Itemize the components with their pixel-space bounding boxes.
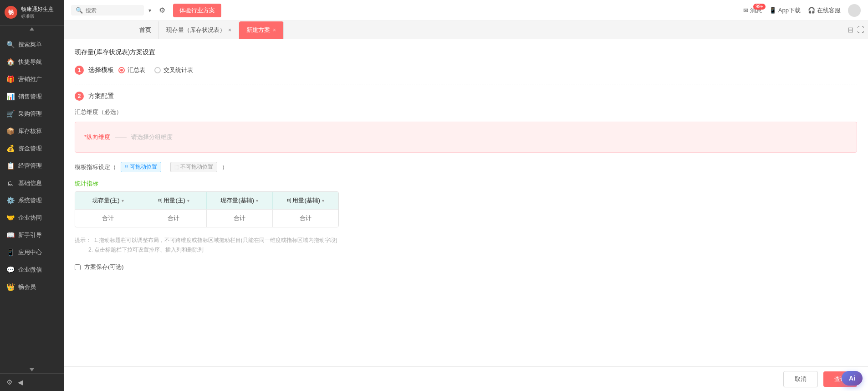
sidebar-item-operations[interactable]: 📋 经营管理: [0, 157, 64, 175]
save-row: 方案保存(可选): [75, 263, 857, 298]
cart-icon: 🛒: [6, 110, 15, 118]
stats-title: 统计指标: [75, 180, 857, 188]
stats-col-3-label: 可用量(基辅): [286, 196, 320, 205]
sidebar-item-marketing[interactable]: 🎁 营销推广: [0, 71, 64, 88]
fixed-indicator-tag: ⬚ 不可拖动位置: [170, 162, 217, 172]
chevron-down-icon: ▾: [148, 7, 151, 14]
stats-col-1[interactable]: 可用量(主) ▾: [141, 192, 207, 209]
tab-inventory-status[interactable]: 现存量（库存状况表） ×: [159, 21, 239, 39]
stats-body-1: 合计: [141, 209, 207, 227]
sidebar-item-inventory[interactable]: 📦 库存核算: [0, 123, 64, 140]
save-checkbox[interactable]: [75, 264, 81, 270]
app-download-button[interactable]: 📱 App下载: [769, 6, 801, 15]
topbar-gear-button[interactable]: ⚙: [156, 4, 168, 17]
topbar-dropdown[interactable]: ▾: [148, 7, 151, 14]
sidebar-item-label: 经营管理: [18, 162, 42, 170]
ai-button[interactable]: Ai: [842, 371, 863, 386]
crown-icon: 👑: [6, 283, 15, 291]
brand-name: 畅康通好生意: [21, 5, 54, 13]
stats-col-0[interactable]: 现存量(主) ▾: [75, 192, 141, 209]
sidebar-item-basics[interactable]: 🗂 基础信息: [0, 175, 64, 192]
tip-0: 提示： 1.拖动标题栏可以调整布局，不可跨维度或指标区域拖动栏目(只能在同一维度…: [75, 237, 857, 244]
stats-table: 现存量(主) ▾ 可用量(主) ▾ 现存量(基辅) ▾: [75, 191, 339, 227]
sidebar-item-purchase[interactable]: 🛒 采购管理: [0, 105, 64, 123]
box-icon: 📦: [6, 127, 15, 135]
headset-icon: 🎧: [808, 7, 815, 14]
tab-new-scheme[interactable]: 新建方案 ×: [239, 21, 284, 39]
page-content: 现存量(库存状况表)方案设置 1 选择模板 汇总表 交叉统计表: [64, 39, 868, 391]
handshake-icon: 🤝: [6, 214, 15, 222]
sidebar-item-label: 采购管理: [18, 110, 42, 118]
dimension-placeholder: 请选择分组维度: [131, 133, 173, 141]
tab-inventory-label: 现存量（库存状况表）: [166, 26, 225, 34]
message-button[interactable]: ✉ 消息 99+: [743, 6, 762, 15]
mobile-icon: 📱: [6, 248, 15, 257]
tab-inventory-close-icon[interactable]: ×: [228, 27, 231, 33]
sidebar-item-label: 搜索菜单: [18, 41, 42, 49]
sidebar-item-label: 营销推广: [18, 75, 42, 83]
stats-body-2: 合计: [207, 209, 273, 227]
home-icon: 🏠: [6, 58, 15, 66]
radio-cross[interactable]: 交叉统计表: [154, 66, 193, 74]
user-avatar[interactable]: [848, 4, 861, 17]
sidebar-item-wechat[interactable]: 💬 企业微信: [0, 261, 64, 278]
radio-summary-dot: [118, 67, 125, 73]
tab-home[interactable]: 首页: [132, 21, 159, 39]
tab-new-scheme-close-icon[interactable]: ×: [273, 27, 276, 33]
save-label: 方案保存(可选): [84, 263, 124, 271]
tab-minimize-icon[interactable]: ⊟: [848, 26, 853, 34]
search-icon: 🔍: [76, 7, 83, 14]
database-icon: 🗂: [6, 179, 15, 187]
settings-footer-icon[interactable]: ⚙: [6, 378, 12, 386]
tip-1: 2. 点击标题栏下拉可设置排序、插入列和删除列: [75, 246, 857, 254]
sidebar-item-cooperation[interactable]: 🤝 企业协同: [0, 209, 64, 226]
trial-button[interactable]: 体验行业方案: [173, 4, 221, 17]
template-options: 汇总表 交叉统计表: [118, 66, 193, 74]
stats-col-2[interactable]: 现存量(基辅) ▾: [207, 192, 273, 209]
message-badge: 99+: [753, 4, 766, 10]
stats-header-row: 现存量(主) ▾ 可用量(主) ▾ 现存量(基辅) ▾: [75, 192, 338, 209]
stats-area: 统计指标 现存量(主) ▾ 可用量(主) ▾: [75, 180, 857, 227]
stats-col-0-label: 现存量(主): [92, 196, 120, 205]
stats-col-3[interactable]: 可用量(基辅) ▾: [273, 192, 339, 209]
sidebar-item-system[interactable]: ⚙️ 系统管理: [0, 192, 64, 209]
sidebar-item-member[interactable]: 👑 畅会员: [0, 278, 64, 296]
online-service-button[interactable]: 🎧 在线客服: [808, 6, 841, 15]
clipboard-icon: 📋: [6, 162, 15, 170]
tab-home-label: 首页: [139, 26, 151, 34]
radio-cross-label: 交叉统计表: [163, 66, 193, 74]
radio-cross-dot: [154, 67, 161, 73]
tab-new-scheme-label: 新建方案: [246, 26, 270, 34]
wechat-icon: 💬: [6, 266, 15, 274]
sidebar-item-finance[interactable]: 💰 资金管理: [0, 140, 64, 157]
sidebar-item-search[interactable]: 🔍 搜索菜单: [0, 36, 64, 53]
message-icon: ✉: [743, 7, 748, 14]
collapse-footer-icon[interactable]: ◀: [18, 378, 23, 386]
sidebar-item-label: 系统管理: [18, 196, 42, 205]
sidebar-item-quick-nav[interactable]: 🏠 快捷导航: [0, 53, 64, 71]
page-title: 现存量(库存状况表)方案设置: [75, 48, 857, 57]
sidebar-scroll-up[interactable]: [0, 26, 64, 32]
sidebar-item-sales[interactable]: 📊 销售管理: [0, 88, 64, 105]
fixed-icon: ⬚: [174, 165, 179, 170]
app-download-label: App下载: [778, 6, 801, 15]
sidebar-item-appstore[interactable]: 📱 应用中心: [0, 244, 64, 261]
phone-icon: 📱: [769, 7, 776, 14]
tab-bar: 首页 现存量（库存状况表） × 新建方案 × ⊟ ⛶: [64, 21, 868, 39]
section-config: 2 方案配置 汇总维度（必选） *纵向维度 —— 请选择分组维度 模板指标设定（: [75, 84, 857, 254]
cancel-button[interactable]: 取消: [783, 371, 818, 387]
sidebar-item-label: 销售管理: [18, 93, 42, 101]
radio-summary[interactable]: 汇总表: [118, 66, 145, 74]
sidebar-scroll-down[interactable]: [0, 366, 64, 373]
tab-expand-icon[interactable]: ⛶: [857, 26, 864, 34]
sidebar-item-newbie[interactable]: 📖 新手引导: [0, 226, 64, 244]
col-1-chevron-icon: ▾: [187, 198, 189, 203]
section1-title: 选择模板: [88, 66, 114, 74]
scroll-down-icon: [30, 368, 34, 371]
section1-header: 1 选择模板 汇总表 交叉统计表: [75, 66, 857, 75]
stats-col-1-label: 可用量(主): [158, 196, 185, 205]
draggable-icon: ⠿: [125, 165, 128, 170]
search-input[interactable]: [86, 7, 122, 14]
main-area: 🔍 ▾ ⚙ 体验行业方案 ✉ 消息 99+ 📱 App下载 🎧 在线客服: [64, 0, 868, 391]
search-icon: 🔍: [6, 41, 15, 49]
